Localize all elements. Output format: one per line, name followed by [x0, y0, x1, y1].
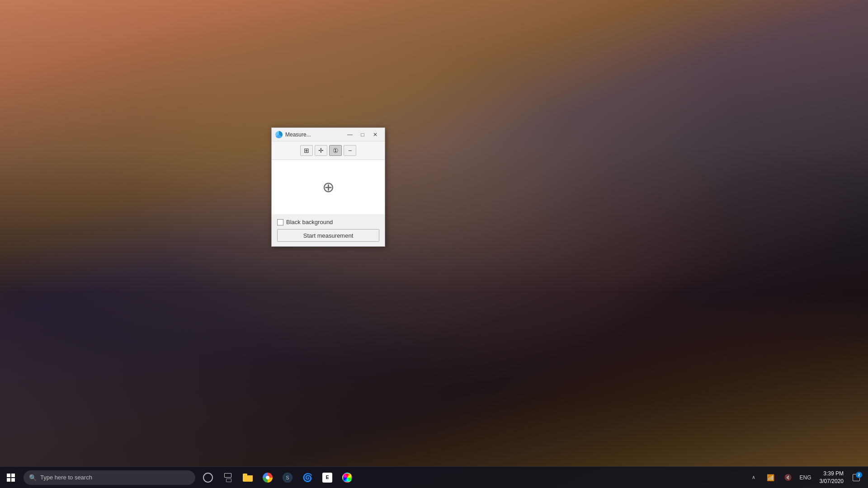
taskbar-cortana-button[interactable] [199, 469, 217, 487]
notification-count-badge: 2 [856, 472, 862, 478]
show-hidden-icons-button[interactable]: ∧ [746, 467, 761, 488]
dialog-toolbar: ⊞ ✛ ① − [272, 141, 385, 160]
epic-games-icon: E [322, 473, 332, 483]
steam-icon: S [283, 473, 292, 483]
clock-tray[interactable]: 3:39 PM 3/07/2020 [816, 467, 847, 488]
maximize-button[interactable]: □ [357, 130, 368, 139]
cortana-icon [203, 473, 213, 483]
wifi-tray-button[interactable]: 📶 [764, 467, 778, 488]
taskbar-hue-button[interactable] [338, 469, 356, 487]
notification-center-button[interactable]: 2 [850, 467, 863, 488]
start-measurement-button[interactable]: Start measurement [277, 229, 379, 242]
measure-app-icon [275, 131, 283, 138]
search-placeholder-text: Type here to search [40, 474, 92, 481]
close-button[interactable]: ✕ [369, 130, 381, 139]
ubisoft-icon: 🌀 [302, 473, 312, 483]
fit-window-button[interactable]: ⊞ [300, 145, 313, 156]
add-crosshair-button[interactable]: ✛ [315, 145, 327, 156]
dialog-content-area: ⊕ [272, 160, 385, 214]
clock-time: 3:39 PM [823, 470, 844, 478]
show-1-1-button[interactable]: ① [329, 145, 342, 156]
volume-tray-button[interactable]: 🔇 [781, 467, 795, 488]
black-background-checkbox[interactable] [277, 219, 283, 225]
taskview-icon [224, 473, 231, 482]
black-background-row[interactable]: Black background [277, 219, 379, 225]
minimize-button[interactable]: — [344, 130, 356, 139]
wifi-icon: 📶 [767, 474, 774, 481]
taskbar-taskview-button[interactable] [219, 469, 237, 487]
notification-icon: 2 [853, 474, 860, 481]
dialog-footer: Black background Start measurement [272, 214, 385, 246]
taskbar-chrome-button[interactable] [259, 469, 277, 487]
language-tray-button[interactable]: ENG [798, 467, 813, 488]
taskbar-search-bar[interactable]: 🔍 Type here to search [24, 470, 195, 485]
chevron-up-icon: ∧ [752, 474, 755, 480]
measure-dialog-window: Measure... — □ ✕ ⊞ ✛ ① − ⊕ Black backgro… [271, 127, 385, 247]
zoom-out-button[interactable]: − [344, 145, 356, 156]
black-background-label: Black background [286, 219, 333, 225]
volume-mute-icon: 🔇 [784, 474, 792, 481]
desktop-background [0, 0, 868, 488]
taskbar-epic-button[interactable]: E [318, 469, 336, 487]
taskbar: 🔍 Type here to search S [0, 466, 868, 488]
dialog-title: Measure... [285, 131, 343, 138]
start-button[interactable] [0, 467, 22, 488]
clock-date: 3/07/2020 [820, 478, 844, 485]
chrome-icon [263, 473, 273, 483]
dialog-titlebar[interactable]: Measure... — □ ✕ [272, 128, 385, 141]
system-tray: ∧ 📶 🔇 ENG 3:39 PM 3/07/2020 2 [746, 467, 868, 488]
taskbar-steam-button[interactable]: S [278, 469, 297, 487]
hue-icon [342, 473, 352, 483]
folder-icon [243, 474, 253, 482]
taskbar-fileexplorer-button[interactable] [239, 469, 257, 487]
crosshair-indicator: ⊕ [322, 178, 335, 196]
taskbar-icons-group: S 🌀 E [199, 469, 356, 487]
desktop-overlay [0, 0, 868, 488]
language-label: ENG [800, 474, 811, 481]
windows-logo-icon [7, 474, 15, 482]
taskbar-ubisoft-button[interactable]: 🌀 [298, 469, 316, 487]
search-icon: 🔍 [29, 474, 37, 481]
